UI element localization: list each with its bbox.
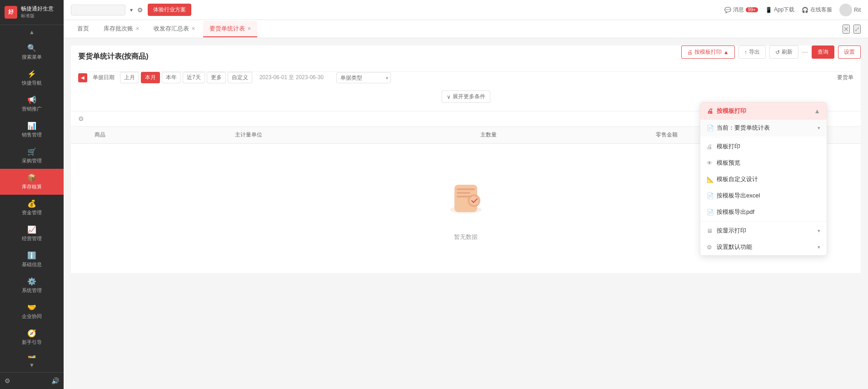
sidebar-item-label: 营销推广	[22, 106, 42, 112]
type-select[interactable]: 单据类型	[336, 72, 391, 83]
topbar-dropdown-button[interactable]: ▾	[130, 7, 133, 13]
sidebar-item-system[interactable]: ⚙️ 系统管理	[0, 273, 64, 298]
dropdown-current-template[interactable]: 📄 当前：要货单统计表 ▾	[700, 120, 827, 136]
sidebar-item-coop[interactable]: 🤝 企业协同	[0, 298, 64, 324]
coop-icon: 🤝	[27, 303, 36, 312]
dropdown-header: 🖨 按模板打印 ▲	[700, 102, 827, 120]
sidebar-item-inventory[interactable]: 📦 库存核算	[0, 169, 64, 195]
tab-close-all-button[interactable]: ✕	[843, 25, 850, 34]
col-qty: 主数量	[475, 126, 650, 144]
date-btn-last-month[interactable]: 上月	[120, 72, 139, 83]
print-label: 按模板打印	[694, 48, 722, 56]
date-btn-7days[interactable]: 近7天	[183, 72, 205, 83]
search-icon: 🔍	[27, 44, 36, 52]
sidebar-item-basic[interactable]: ℹ️ 基础信息	[0, 247, 64, 273]
online-service-button[interactable]: 🎧 在线客服	[802, 6, 832, 14]
date-btn-more[interactable]: 更多	[207, 72, 226, 83]
settings-button[interactable]: 设置	[838, 45, 861, 59]
dropdown-item-template-preview[interactable]: 👁 模板预览	[700, 155, 827, 171]
sidebar-footer: ⚙ 🔊	[0, 372, 64, 389]
tab-receipt-summary-close[interactable]: ×	[192, 25, 195, 32]
tab-home-label: 首页	[77, 25, 89, 33]
topbar-left: ▾ ⚙ 体验行业方案	[71, 4, 191, 16]
expand-down-icon: ∨	[447, 94, 451, 100]
online-service-label: 在线客服	[810, 6, 832, 14]
sidebar-scroll-down[interactable]: ▼	[27, 360, 37, 370]
current-template-arrow: ▾	[818, 125, 820, 131]
dropdown-item-template-excel[interactable]: 📄 按模板导出excel	[700, 187, 827, 204]
type-select-wrap: 单据类型	[336, 72, 391, 83]
current-template-icon: 📄	[707, 125, 714, 131]
tab-order-stats[interactable]: 要货单统计表 ×	[203, 21, 257, 37]
sidebar-item-quicknav[interactable]: ⚡ 快捷导航	[0, 65, 64, 91]
tab-home[interactable]: 首页	[71, 21, 95, 37]
date-btn-this-year[interactable]: 本年	[162, 72, 181, 83]
app-download-button[interactable]: 📱 App下载	[765, 6, 794, 14]
sidebar-item-label: 搜索菜单	[22, 54, 42, 61]
main-content: ▾ ⚙ 体验行业方案 💬 消息 99+ 📱 App下载 🎧 在线客服 Rit	[64, 0, 868, 389]
dropdown-divider-2	[700, 221, 827, 222]
logo-icon: 好	[5, 6, 17, 19]
basic-icon: ℹ️	[27, 251, 36, 260]
table-settings-button[interactable]: ⚙	[78, 115, 84, 122]
username-label: Rit	[854, 7, 861, 13]
tab-batch-account[interactable]: 库存批次账 ×	[97, 21, 145, 37]
query-button[interactable]: 查询	[812, 45, 834, 59]
trial-button[interactable]: 体验行业方案	[148, 4, 191, 16]
sidebar-item-purchase[interactable]: 🛒 采购管理	[0, 143, 64, 169]
avatar-image	[839, 4, 852, 16]
display-print-label: 按显示打印	[717, 227, 746, 235]
topbar-right: 💬 消息 99+ 📱 App下载 🎧 在线客服 Rit	[724, 4, 861, 16]
sidebar-item-label: 系统管理	[22, 287, 42, 294]
dropdown-item-template-custom[interactable]: 📐 模板自定义设计	[700, 171, 827, 187]
sidebar-settings-button[interactable]: ⚙	[5, 377, 10, 384]
goods-filter-label: 要货单	[837, 74, 853, 81]
sidebar-item-sales[interactable]: 📊 销售管理	[0, 117, 64, 143]
sidebar-item-apps[interactable]: 🗂️ 应用中心	[0, 350, 64, 358]
refresh-button[interactable]: ↺ 刷新	[769, 45, 798, 59]
sidebar-sound-button[interactable]: 🔊	[51, 377, 59, 384]
col-unit: 主计量单位	[229, 126, 475, 144]
sidebar-item-search[interactable]: 🔍 搜索菜单	[0, 39, 64, 65]
print-button[interactable]: 🖨 按模板打印 ▲	[681, 45, 735, 59]
dropdown-item-template-print[interactable]: 🖨 模板打印	[700, 138, 827, 155]
sidebar: 好 畅捷通好生意 标准版 ▲ 🔍 搜索菜单 ⚡ 快捷导航 📢 营销推广 📊 销售…	[0, 0, 64, 389]
refresh-label: 刷新	[782, 48, 793, 56]
tab-receipt-summary[interactable]: 收发存汇总表 ×	[147, 21, 201, 37]
expand-more-button[interactable]: ∨ 展开更多条件	[442, 91, 490, 103]
sidebar-scroll-up[interactable]: ▲	[27, 27, 37, 37]
tab-expand-button[interactable]: ⤢	[853, 25, 861, 34]
sidebar-item-marketing[interactable]: 📢 营销推广	[0, 91, 64, 117]
date-btn-custom[interactable]: 自定义	[228, 72, 252, 83]
sidebar-item-guide[interactable]: 🧭 新手引导	[0, 324, 64, 350]
sidebar-item-label: 新手引导	[22, 339, 42, 346]
more-actions-button[interactable]: ···	[802, 48, 808, 56]
export-button[interactable]: ↑ 导出	[738, 45, 766, 59]
topbar-search-input[interactable]	[71, 5, 125, 15]
svg-point-6	[469, 196, 479, 205]
sidebar-item-label: 采购管理	[22, 157, 42, 164]
user-avatar[interactable]: Rit	[839, 4, 861, 16]
tab-batch-account-close[interactable]: ×	[136, 25, 139, 32]
tab-order-stats-close[interactable]: ×	[248, 25, 251, 32]
sidebar-item-operation[interactable]: 📈 经营管理	[0, 221, 64, 247]
dropdown-item-template-pdf[interactable]: 📄 按模板导出pdf	[700, 204, 827, 220]
action-bar: 🖨 按模板打印 ▲ ↑ 导出 ↺ 刷新 ··· 查询 设置	[681, 45, 861, 59]
app-download-label: App下载	[774, 6, 794, 14]
operation-icon: 📈	[27, 225, 36, 234]
collapse-filter-button[interactable]: ◀	[78, 73, 87, 82]
dropdown-item-display-print[interactable]: 🖥 按显示打印 ▾	[700, 222, 827, 239]
sidebar-item-label: 销售管理	[22, 131, 42, 138]
dropdown-close-button[interactable]: ▲	[814, 107, 820, 115]
export-icon: ↑	[744, 49, 747, 56]
message-badge: 99+	[746, 7, 758, 12]
topbar-settings-button[interactable]: ⚙	[137, 6, 143, 14]
date-btn-this-month[interactable]: 本月	[141, 72, 160, 83]
message-button[interactable]: 💬 消息 99+	[724, 6, 758, 14]
content-area: 要货单统计表(按商品) ◀ 单据日期 上月 本月 本年	[64, 38, 868, 389]
col-product: 商品	[89, 126, 229, 144]
sidebar-item-finance[interactable]: 💰 资金管理	[0, 195, 64, 221]
tab-receipt-summary-label: 收发存汇总表	[154, 25, 189, 33]
dropdown-item-default-settings[interactable]: ⚙ 设置默认功能 ▾	[700, 239, 827, 255]
print-dropdown-menu: 🖨 按模板打印 ▲ 📄 当前：要货单统计表 ▾ 🖨 模板打印 👁 模板预览	[700, 102, 827, 256]
